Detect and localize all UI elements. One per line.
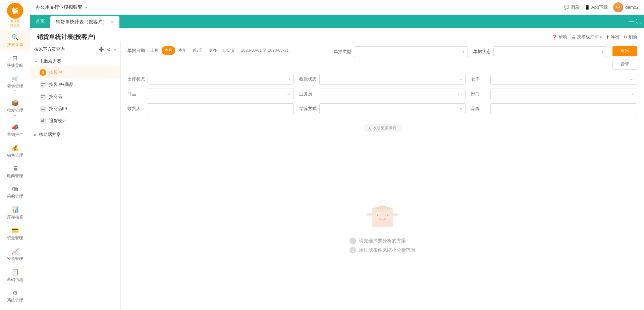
dept-arrow-icon: ▾: [632, 92, 634, 96]
page-title: 销货单统计表(按客户): [37, 33, 95, 41]
message-icon: 💬: [564, 5, 569, 10]
help-icon: ❓: [552, 35, 557, 40]
export-label: 导出: [611, 34, 620, 40]
out-status-control[interactable]: ▾: [148, 74, 294, 85]
date-btn-custom[interactable]: 自定义: [220, 46, 238, 55]
collapse-btn[interactable]: ∧ 收起更多条件: [364, 124, 401, 132]
scheme-item-by-goods[interactable]: 按商品: [30, 91, 120, 103]
sidebar-item-search[interactable]: 🔍 搜索菜单: [0, 30, 30, 51]
collapse-panel-btn[interactable]: «: [114, 47, 116, 52]
maximize-btn[interactable]: ⛶: [636, 18, 641, 24]
scheme-group-mobile-title[interactable]: ▶ 移动端方案: [30, 130, 120, 140]
collapse-icon: ∧: [368, 126, 371, 131]
sidebar-item-purchase-label: 采购管理: [7, 194, 23, 199]
svg-rect-10: [43, 119, 44, 122]
doc-status-label: 单据状态: [473, 49, 491, 55]
page-header: 销货单统计表(按客户) ❓ 帮助 🖨 按模板打印 ▾ ⬆ 导出 ↻ 刷新: [30, 28, 644, 41]
user-btn[interactable]: Ea demo2: [613, 2, 639, 12]
scheme-group-desktop-title[interactable]: ▼ 电脑端方案: [30, 56, 120, 66]
empty-tip-1: 1 请先选择要分析的方案: [350, 238, 415, 244]
doc-status-control[interactable]: ▾: [493, 46, 607, 57]
sidebar-item-retail[interactable]: 🛒 零售管理 ▼: [0, 72, 30, 96]
date-btn-last-month[interactable]: 上月: [148, 46, 161, 55]
scheme-item-by-customer-goods[interactable]: 按客户+商品: [30, 79, 120, 91]
scheme-item-by-customer[interactable]: 客 按客户: [30, 66, 120, 79]
dept-control[interactable]: ▾: [490, 89, 637, 99]
sidebar-item-basic[interactable]: 📋 基础信息: [0, 265, 30, 286]
scheme-group-mobile-label: 移动端方案: [39, 132, 61, 138]
doc-type-arrow-icon: ▾: [463, 50, 464, 54]
warehouse-control[interactable]: ···: [490, 74, 637, 85]
tab-close-btn[interactable]: ✕: [111, 20, 114, 24]
mobile-group-arrow-icon: ▶: [34, 133, 37, 137]
page-actions: ❓ 帮助 🖨 按模板打印 ▾ ⬆ 导出 ↻ 刷新: [552, 34, 637, 40]
export-btn[interactable]: ⬆ 导出: [606, 34, 620, 40]
svg-rect-9: [42, 120, 43, 122]
tab-expand-btns: — ⛶: [629, 18, 641, 24]
scheme-item-by-goods99[interactable]: 按商品99: [30, 103, 120, 115]
settings-scheme-btn[interactable]: ⚙: [107, 47, 111, 52]
query-btn[interactable]: 查询: [612, 46, 637, 56]
sidebar-item-sales[interactable]: 💰 销售管理: [0, 141, 30, 162]
svg-rect-0: [41, 83, 43, 84]
sidebar: 畅 畅捷通好生意 🔍 搜索菜单 ⊞ 快捷导航 🛒 零售管理 ▼ 📦 批发管理 ▲…: [0, 0, 30, 310]
minimize-btn[interactable]: —: [629, 18, 634, 24]
payment-status-label: 收款状态: [299, 76, 317, 82]
refresh-btn[interactable]: ↻ 刷新: [624, 34, 637, 40]
ecommerce-icon: 🖥: [12, 165, 18, 172]
sidebar-item-quick-nav[interactable]: ⊞ 快捷导航: [0, 51, 30, 72]
goods-control[interactable]: ···: [147, 89, 294, 99]
out-status-arrow-icon: ▾: [288, 78, 290, 81]
sidebar-item-marketing[interactable]: 📣 营销推广: [0, 120, 30, 141]
settlement-control[interactable]: ▾: [319, 103, 466, 114]
query-area: 查询 设置: [612, 46, 637, 70]
page-content: 销货单统计表(按客户) ❓ 帮助 🖨 按模板打印 ▾ ⬆ 导出 ↻ 刷新: [30, 28, 644, 310]
sidebar-item-finance[interactable]: 💳 资金管理: [0, 223, 30, 244]
filter-section: 单据日期 上月 本月 本年 近7天 更多 自定义 2023-03-01 至 20…: [121, 41, 644, 121]
sidebar-item-purchase[interactable]: 🛍 采购管理: [0, 182, 30, 203]
date-btn-more[interactable]: 更多: [206, 46, 220, 55]
sidebar-item-ecommerce[interactable]: 🖥 电商管理: [0, 162, 30, 182]
group-arrow-icon: ▼: [34, 60, 38, 63]
refresh-icon: ↻: [624, 35, 627, 40]
scheme-item-label-customer: 按客户: [49, 69, 62, 75]
svg-rect-1: [43, 83, 45, 84]
svg-point-19: [379, 201, 382, 203]
message-btn[interactable]: 💬 消息: [564, 4, 579, 10]
svg-rect-17: [366, 213, 372, 216]
sidebar-item-enterprise[interactable]: 🤝 企业协同: [0, 307, 30, 310]
topbar-dropdown[interactable]: ▾: [85, 5, 87, 10]
tab-home[interactable]: 首页: [30, 15, 50, 28]
wholesale-icon: 📦: [11, 99, 19, 107]
doc-type-control[interactable]: ▾: [354, 46, 468, 57]
empty-state: 1 请先选择要分析的方案 2 用过滤条件来缩小分析范围: [121, 135, 644, 310]
tab-report[interactable]: 销货单统计表（按客户） ✕: [50, 16, 119, 28]
settings-btn[interactable]: 设置: [612, 59, 637, 70]
date-btn-this-month[interactable]: 本月: [162, 46, 175, 55]
sidebar-item-inventory[interactable]: 📊 库存核算: [0, 203, 30, 223]
svg-rect-7: [41, 109, 45, 110]
add-scheme-btn[interactable]: ➕: [98, 47, 104, 52]
sidebar-logo: 畅 畅捷通好生意: [0, 0, 30, 30]
salesperson-control[interactable]: ···: [319, 89, 466, 99]
brand-control[interactable]: ···: [490, 103, 637, 114]
sidebar-item-system[interactable]: ⚙ 系统管理: [0, 286, 30, 307]
date-btn-this-year[interactable]: 本年: [176, 46, 189, 55]
system-icon: ⚙: [12, 289, 18, 297]
help-btn[interactable]: ❓ 帮助: [552, 34, 567, 40]
sidebar-item-wholesale-label: 批发管理: [7, 108, 23, 113]
sidebar-item-inventory-label: 库存核算: [7, 214, 23, 220]
scheme-item-return-stats[interactable]: 退货统计: [30, 115, 120, 127]
date-btn-7days[interactable]: 近7天: [190, 46, 206, 55]
sidebar-item-wholesale[interactable]: 📦 批发管理 ▲: [0, 96, 30, 120]
salesperson-dots-icon: ···: [458, 91, 462, 97]
out-status-label: 出库状态: [127, 76, 145, 82]
app-download-btn[interactable]: 📱 App下载: [585, 4, 608, 10]
sidebar-item-operation[interactable]: 📈 经营管理: [0, 244, 30, 265]
payment-status-control[interactable]: ▾: [319, 74, 466, 85]
scheme-item-label-goods: 按商品: [49, 94, 62, 100]
print-btn[interactable]: 🖨 按模板打印 ▾: [571, 34, 602, 40]
receiver-control[interactable]: ···: [147, 103, 294, 114]
empty-tip-2: 2 用过滤条件来缩小分析范围: [350, 247, 415, 254]
sidebar-item-operation-label: 经营管理: [7, 256, 23, 262]
